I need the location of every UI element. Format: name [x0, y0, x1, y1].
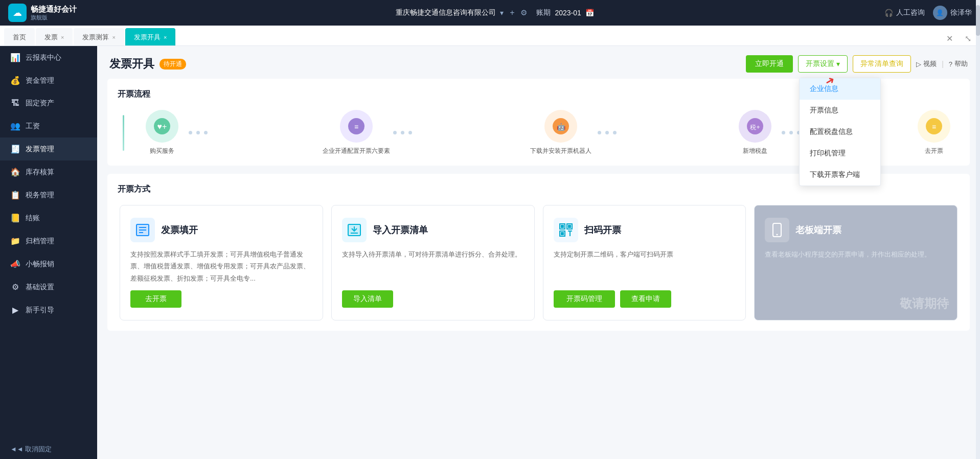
svg-text:≡: ≡	[354, 123, 358, 131]
sidebar-item-gudingzichan[interactable]: 🏗 固定资产	[0, 92, 97, 114]
sidebar-item-xinshou[interactable]: ▶ 新手引导	[0, 299, 97, 322]
settings-icon[interactable]: ⚙	[520, 8, 527, 17]
tab-invoice-calc[interactable]: 发票测算 ×	[74, 28, 124, 45]
card3-icon	[554, 218, 578, 242]
dropdown-item-printer[interactable]: 打印机管理	[800, 143, 880, 164]
flow-step-5: ≡ 去开票	[914, 110, 954, 155]
tab-invoice-calc-close[interactable]: ×	[112, 34, 115, 40]
video-button[interactable]: ▷ 视频	[916, 59, 937, 68]
flow-step-4: 税+ 新增税盘	[730, 110, 781, 155]
period-value[interactable]: 2023-01	[555, 9, 581, 17]
sidebar-item-jiezhang[interactable]: 📒 结账	[0, 206, 97, 230]
header-actions: 立即开通 开票设置 ▾ 异常清单查询 ▷ 视频 | ? 帮助	[746, 55, 968, 73]
card3-view-btn[interactable]: 查看申请	[620, 290, 671, 308]
sidebar-item-fapiao[interactable]: 🧾 发票管理	[0, 137, 97, 160]
tab-invoice-label: 发票	[44, 33, 58, 42]
sidebar-item-kucun[interactable]: 🏠 库存核算	[0, 160, 97, 183]
card3-qrcode-btn[interactable]: 开票码管理	[554, 290, 615, 308]
gudingzichan-icon: 🏗	[10, 99, 20, 108]
top-bar: ☁ 畅捷通好会计 旗舰版 重庆畅捷交通信息咨询有限公司 ▾ + ⚙ 账期 202…	[0, 0, 980, 26]
dropdown-arrow-icon: ▾	[836, 60, 840, 68]
tab-invoice-open-close[interactable]: ×	[164, 34, 167, 40]
company-dropdown-icon[interactable]: ▾	[500, 9, 504, 17]
add-icon[interactable]: +	[510, 8, 514, 17]
dropdown-item-company[interactable]: 企业信息	[800, 78, 880, 100]
close-window-btn[interactable]: ✕	[942, 31, 956, 45]
window-controls: ✕ ⤡	[942, 31, 980, 45]
card3-header: 扫码开票	[554, 218, 736, 242]
card3-actions: 开票码管理 查看申请	[554, 290, 736, 308]
sidebar-bottom[interactable]: ◄◄ 取消固定	[0, 440, 97, 459]
method-card-import: 导入开票清单 支持导入待开票清单，可对待开票清单进行拆分、合并处理。 导入清单	[331, 205, 535, 320]
help-button[interactable]: ? 帮助	[949, 59, 968, 68]
flow-divider	[123, 115, 124, 151]
help-label: 帮助	[954, 59, 968, 68]
scrollbar-right[interactable]	[976, 0, 980, 459]
sidebar-item-gongzi[interactable]: 👥 工资	[0, 114, 97, 137]
sidebar-label-guidang: 归档管理	[26, 237, 54, 246]
svg-rect-24	[561, 232, 564, 235]
video-icon: ▷	[916, 60, 921, 68]
dropdown-item-download[interactable]: 下载开票客户端	[800, 164, 880, 186]
method-cards: 发票填开 支持按照发票样式手工填开发票；可开具增值税电子普通发票、增值税普通发票…	[118, 205, 960, 320]
tab-invoice[interactable]: 发票 ×	[36, 28, 73, 45]
svg-rect-23	[568, 225, 571, 228]
dropdown-item-taxdisk[interactable]: 配置税盘信息	[800, 121, 880, 143]
flow-connector-2	[392, 131, 525, 134]
card2-import-btn[interactable]: 导入清单	[342, 290, 393, 308]
fapiao-icon: 🧾	[10, 144, 20, 154]
activate-button[interactable]: 立即开通	[746, 55, 793, 73]
svg-text:≡: ≡	[932, 123, 936, 131]
top-right: 🎧 人工咨询 👤 徐泽华	[884, 6, 972, 20]
tab-home[interactable]: 首页	[4, 28, 35, 45]
sidebar-item-jichu[interactable]: ⚙ 基础设置	[0, 276, 97, 299]
maximize-window-btn[interactable]: ⤡	[961, 31, 975, 45]
sidebar-label-kucun: 库存核算	[26, 168, 54, 177]
company-name[interactable]: 重庆畅捷交通信息咨询有限公司	[396, 8, 496, 17]
support-area[interactable]: 🎧 人工咨询	[884, 8, 925, 17]
svg-text:♥+: ♥+	[157, 122, 167, 131]
jichu-icon: ⚙	[10, 282, 20, 292]
settings-button-label: 开票设置	[806, 59, 834, 68]
gongzi-icon: 👥	[10, 121, 20, 131]
status-badge: 待开通	[159, 59, 186, 70]
sidebar-item-guidang[interactable]: 📁 归档管理	[0, 230, 97, 253]
settings-button[interactable]: 开票设置 ▾	[798, 55, 848, 73]
sidebar-label-xiaochang: 小畅报销	[26, 260, 54, 269]
sidebar-label-yunbaobiao: 云报表中心	[26, 53, 61, 62]
sidebar: 📊 云报表中心 💰 资金管理 🏗 固定资产 👥 工资 🧾 发票管理 🏠	[0, 46, 97, 459]
card2-actions: 导入清单	[342, 290, 524, 308]
sidebar-item-shuiwu[interactable]: 📋 税务管理	[0, 183, 97, 206]
flow-icon-5: ≡	[918, 110, 950, 143]
tab-invoice-close[interactable]: ×	[61, 34, 64, 40]
card2-header: 导入开票清单	[342, 218, 524, 242]
tab-invoice-open[interactable]: 发票开具 ×	[125, 28, 175, 45]
sidebar-label-xinshou: 新手引导	[26, 306, 54, 315]
scroll-thumb[interactable]	[976, 5, 980, 36]
tab-invoice-calc-label: 发票测算	[82, 33, 109, 42]
anomaly-button[interactable]: 异常清单查询	[853, 55, 911, 73]
logo-text-area: 畅捷通好会计 旗舰版	[31, 5, 77, 21]
sidebar-item-yunbaobiao[interactable]: 📊 云报表中心	[0, 46, 97, 69]
card1-actions: 去开票	[130, 290, 312, 308]
shuiwu-icon: 📋	[10, 190, 20, 200]
sidebar-label-zijin: 资金管理	[26, 76, 54, 85]
method-card-scan: 扫码开票 支持定制开票二维码，客户端可扫码开票 开票码管理 查看申请	[543, 205, 746, 320]
support-label: 人工咨询	[896, 8, 925, 17]
jiezhang-icon: 📒	[10, 213, 20, 223]
settings-dropdown: ➜ 企业信息 开票信息 配置税盘信息 打印机管理 下载开票客户端	[799, 78, 881, 186]
card2-icon	[342, 218, 367, 242]
method-card-boss: 老板端开票 查看老板端小程序提交的开票申请，并作出相应的处理。 敬请期待	[754, 205, 958, 320]
period-label: 账期	[536, 8, 551, 17]
card4-header: 老板端开票	[765, 218, 947, 242]
sidebar-item-zijin[interactable]: 💰 资金管理	[0, 69, 97, 92]
user-area[interactable]: 👤 徐泽华	[933, 6, 972, 20]
calendar-icon[interactable]: 📅	[585, 9, 594, 17]
content-area: 发票开具 待开通 立即开通 开票设置 ▾ 异常清单查询 ▷ 视频 | ? 帮助	[97, 46, 980, 459]
dropdown-item-invoice[interactable]: 开票信息	[800, 100, 880, 121]
sidebar-scroll: 📊 云报表中心 💰 资金管理 🏗 固定资产 👥 工资 🧾 发票管理 🏠	[0, 46, 97, 440]
flow-icon-4: 税+	[739, 110, 771, 143]
card2-title: 导入开票清单	[373, 224, 428, 236]
card1-goto-btn[interactable]: 去开票	[130, 290, 181, 308]
sidebar-item-xiaochang[interactable]: 📣 小畅报销	[0, 253, 97, 276]
